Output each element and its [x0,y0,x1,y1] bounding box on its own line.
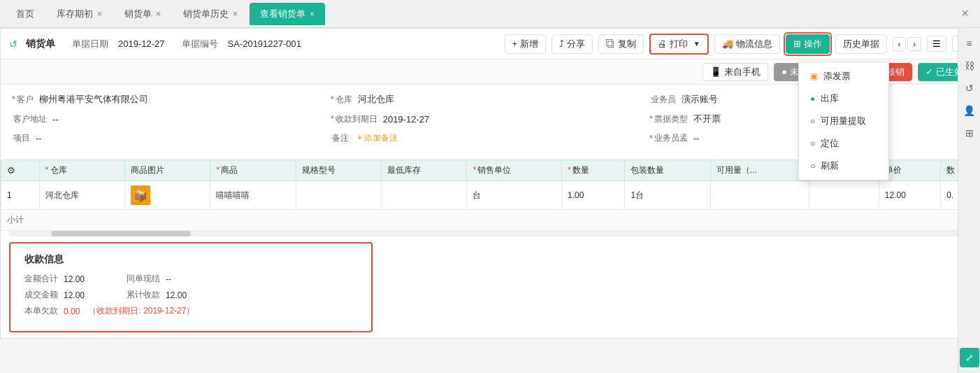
menu-locate[interactable]: ○ 定位 [799,132,888,155]
customer-field: * 客户 柳州粤港平安气体有限公司 [12,93,331,106]
doc-title: 销货单 [26,38,55,50]
outbound-icon: ● [810,94,815,104]
from-phone-label: 来自手机 [724,66,761,78]
no-label: 单据编号 [182,38,218,50]
settings-icon[interactable]: ⚙ [7,165,15,176]
ops-button[interactable]: ⊞ 操作 [786,34,830,54]
sidebar-icon-expand[interactable]: ⤢ [960,348,979,367]
dropdown-menu: ▣ 添发票 ● 出库 ○ 可用量提取 ○ 定位 ○ 刷新 [798,62,889,181]
warehouse-star: * [331,94,334,104]
sidebar-icon-1[interactable]: ≡ [960,34,979,53]
row-qty: 1.00 [562,181,625,210]
due-date-value: 2019-12-27 [383,114,430,125]
due-item: 本单欠款 0.00 （收款到期日: 2019-12-27） [24,305,194,317]
staff-value: 演示账号 [682,93,718,106]
tab-sales-history-close[interactable]: × [233,9,238,19]
sidebar-icon-3[interactable]: ↺ [960,78,979,98]
col-img: 商品图片 [124,160,210,181]
menu-refresh[interactable]: ○ 刷新 [799,155,888,177]
tab-sales-history[interactable]: 销货单历史 × [173,3,248,25]
tab-inventory-init-close[interactable]: × [97,9,102,19]
staff2-value: -- [693,133,700,143]
date-label: 单据日期 [72,38,108,50]
tab-view-sales[interactable]: 查看销货单 × [250,3,325,25]
history-button-label: 历史单据 [843,38,879,50]
col-available: 可用量（... [710,160,809,181]
scroll-thumb[interactable] [51,231,191,237]
due-date-label: 收款到期日 [336,113,377,125]
share-button[interactable]: ⤴ 分享 [552,34,593,54]
same-settlement-value: -- [166,274,171,284]
new-button-label: + 新增 [512,38,538,50]
tab-sales-order[interactable]: 销货单 × [114,3,171,25]
nav-arrows: ‹ › [893,37,921,51]
due-date-field: * 收款到期日 2019-12-27 [331,113,649,125]
ticket-value: 不开票 [693,113,721,125]
menu-outbound[interactable]: ● 出库 [799,87,888,110]
row-available [710,181,809,210]
not-open-icon: ● [781,66,787,77]
sidebar-icon-4[interactable]: 👤 [960,101,979,120]
total-amount-item: 金额合计 12.00 [24,273,85,285]
product-image: 📦 [131,185,150,205]
total-amount-label: 金额合计 [24,273,58,285]
warehouse-field: * 仓库 河北仓库 [331,93,649,106]
ops-button-label: 操作 [804,38,822,50]
col-spec: 规格型号 [296,160,381,181]
address-field: 客户地址 -- [12,113,331,125]
tab-sales-order-label: 销货单 [124,8,152,20]
due-label: 本单欠款 [24,305,58,317]
subtotal-row: 小计 [1,210,979,231]
global-close-button[interactable]: × [956,6,974,21]
tab-home[interactable]: 首页 [6,3,45,25]
tab-view-sales-label: 查看销货单 [260,8,305,20]
row-spec [296,181,381,210]
scroll-track[interactable] [9,231,971,237]
nav-prev-button[interactable]: ‹ [893,37,907,51]
menu-available-qty[interactable]: ○ 可用量提取 [799,110,888,132]
due-value: 0.00 [64,307,80,316]
tab-sales-order-close[interactable]: × [156,9,161,19]
col-pack-qty: 包装数量 [625,160,710,181]
truck-icon: 🚚 [722,38,733,49]
staff2-star: * [649,134,653,143]
tab-view-sales-close[interactable]: × [310,9,315,19]
customer-value: 柳州粤港平安气体有限公司 [39,93,148,106]
share-button-label: 分享 [567,38,585,50]
row-min-stock [382,181,467,210]
view-list-button[interactable]: ☰ [927,36,946,52]
col-min-stock: 最低库存 [382,160,467,181]
col-product: *商品 [210,160,296,181]
add-note-button[interactable]: + 添加备注 [357,132,398,144]
toolbar: ↺ 销货单 单据日期 2019-12-27 单据编号 SA-20191227-0… [1,29,979,59]
tab-inventory-init[interactable]: 库存期初 × [46,3,113,25]
row-warehouse: 河北仓库 [39,181,124,210]
subtotal-label: 小计 [1,210,979,231]
copy-button[interactable]: ⿻ 复制 [598,34,644,54]
ticket-star: * [649,114,653,124]
sidebar-icon-2[interactable]: ⛓ [960,56,979,76]
tab-bar: 首页 库存期初 × 销货单 × 销货单历史 × 查看销货单 × × [0,0,980,28]
payment-row-1: 金额合计 12.00 同单现结 -- [24,273,357,285]
print-dropdown-arrow: ▼ [693,40,700,48]
menu-add-invoice[interactable]: ▣ 添发票 [799,65,888,87]
address-value: -- [52,114,59,125]
project-value: -- [36,133,42,143]
logistics-button[interactable]: 🚚 物流信息 [714,34,780,54]
address-label: 客户地址 [13,113,47,125]
nav-next-button[interactable]: › [907,37,921,51]
row-current [809,181,879,210]
staff-label: 业务员 [651,94,676,106]
history-button[interactable]: 历史单据 [835,34,887,54]
staff2-label: 业务员孟 [654,132,688,144]
due-date-star: * [331,114,334,124]
sidebar-icon-5[interactable]: ⊞ [960,123,979,143]
note-label: 备注 [332,132,349,144]
new-button[interactable]: + 新增 [505,34,546,54]
locate-label: 定位 [821,137,839,150]
from-phone-button[interactable]: 📱 来自手机 [702,63,768,81]
tab-sales-history-label: 销货单历史 [183,8,229,20]
same-settlement-label: 同单现结 [127,273,160,285]
print-button[interactable]: 🖨 打印 ▼ [649,34,709,55]
cumulative-label: 累计收款 [127,289,160,301]
